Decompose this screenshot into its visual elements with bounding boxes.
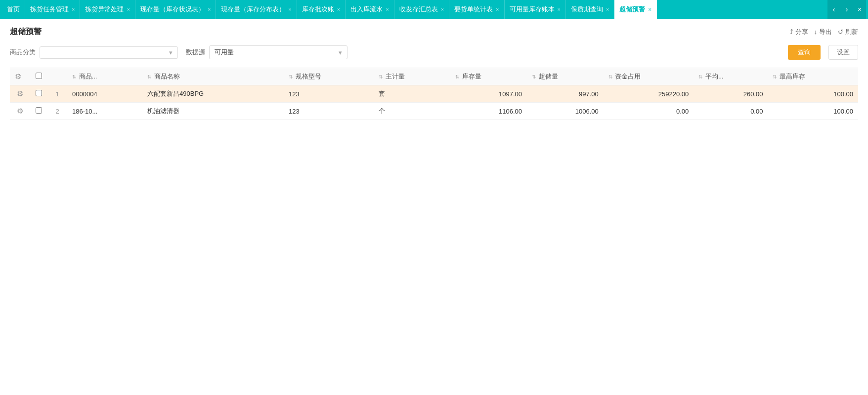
row-avg-1: 0.00: [694, 103, 768, 120]
nav-tab-active-close[interactable]: ×: [648, 6, 651, 12]
row-select-0[interactable]: [36, 90, 42, 96]
row-name-0: 六配套新昌490BPG: [142, 85, 284, 103]
row-gear-1[interactable]: ⚙: [10, 103, 30, 120]
col-product-name[interactable]: ⇅ 商品名称: [142, 68, 284, 85]
nav-tab-10[interactable]: 保质期查询 ×: [566, 0, 614, 19]
table-body: ⚙ 1 0000004 六配套新昌490BPG 123 套 1097.00 99…: [10, 85, 858, 120]
row-gear-icon-0[interactable]: ⚙: [17, 89, 23, 98]
nav-tab-2-close[interactable]: ×: [127, 6, 130, 12]
gear-icon[interactable]: ⚙: [15, 72, 21, 80]
datasource-select[interactable]: 可用量 ▾: [209, 45, 347, 59]
sort-icon-spec: ⇅: [289, 74, 293, 79]
nav-tab-1[interactable]: 拣货任务管理 ×: [25, 0, 80, 19]
nav-tab-4[interactable]: 现存量（库存分布表） ×: [216, 0, 297, 19]
col-avg-label: 平均...: [705, 73, 724, 80]
query-button[interactable]: 查询: [788, 45, 821, 60]
row-unit-0: 套: [374, 85, 450, 103]
nav-prev-btn[interactable]: ‹: [827, 0, 840, 19]
nav-tab-2-label: 拣货异常处理: [85, 5, 124, 14]
share-button[interactable]: ⤴ 分享: [790, 28, 808, 37]
nav-tab-6[interactable]: 出入库流水 ×: [346, 0, 394, 19]
nav-tab-7-label: 收发存汇总表: [399, 5, 438, 14]
row-capital-1: 0.00: [604, 103, 694, 120]
nav-tab-6-close[interactable]: ×: [386, 6, 389, 12]
col-product-name-label: 商品名称: [154, 73, 180, 80]
nav-tab-5[interactable]: 库存批次账 ×: [297, 0, 346, 19]
row-unit-1: 个: [374, 103, 450, 120]
select-all-checkbox[interactable]: [36, 73, 42, 79]
nav-tab-7-close[interactable]: ×: [441, 6, 444, 12]
row-capital-0: 259220.00: [604, 85, 694, 103]
col-product-code[interactable]: ⇅ 商品...: [67, 68, 142, 85]
row-name-1: 机油滤清器: [142, 103, 284, 120]
filter-row: 商品分类 ▾ 数据源 可用量 ▾ 查询 设置: [10, 45, 858, 60]
nav-tab-active[interactable]: 超储预警 ×: [614, 0, 656, 19]
nav-tab-3[interactable]: 现存量（库存状况表） ×: [135, 0, 216, 19]
nav-tab-8-close[interactable]: ×: [496, 6, 499, 12]
nav-tab-4-close[interactable]: ×: [288, 6, 291, 12]
export-button[interactable]: ↓ 导出: [814, 28, 832, 37]
share-label: 分享: [795, 28, 808, 37]
share-icon: ⤴: [790, 28, 793, 36]
col-select-all[interactable]: [30, 68, 47, 85]
nav-tab-3-close[interactable]: ×: [208, 6, 211, 12]
nav-tab-9-close[interactable]: ×: [558, 6, 561, 12]
category-dropdown-icon: ▾: [169, 49, 173, 56]
row-avg-0: 260.00: [694, 85, 768, 103]
category-filter-item: 商品分类 ▾: [10, 46, 178, 59]
col-overflow[interactable]: ⇅ 超储量: [527, 68, 604, 85]
row-code-1: 186-10...: [67, 103, 142, 120]
category-filter-label: 商品分类: [10, 48, 36, 57]
sort-icon-capital: ⇅: [608, 74, 612, 79]
main-content: 超储预警 ⤴ 分享 ↓ 导出 ↺ 刷新 商品分类 ▾ 数据源: [0, 19, 868, 395]
page-title: 超储预警: [10, 27, 42, 37]
table-header: ⚙ ⇅ 商品... ⇅ 商品名称 ⇅ 规格型号: [10, 68, 858, 85]
settings-button[interactable]: 设置: [828, 45, 858, 60]
datasource-dropdown-icon: ▾: [339, 49, 342, 56]
row-overflow-0: 997.00: [527, 85, 604, 103]
nav-tab-5-close[interactable]: ×: [337, 6, 340, 12]
row-checkbox-1[interactable]: [30, 103, 47, 120]
sort-icon-avg: ⇅: [698, 74, 702, 79]
refresh-label: 刷新: [845, 28, 858, 37]
nav-tab-1-close[interactable]: ×: [72, 6, 75, 12]
row-gear-0[interactable]: ⚙: [10, 85, 30, 103]
nav-next-btn[interactable]: ›: [840, 0, 853, 19]
nav-tab-4-label: 现存量（库存分布表）: [221, 5, 285, 14]
col-capital[interactable]: ⇅ 资金占用: [604, 68, 694, 85]
nav-tab-2[interactable]: 拣货异常处理 ×: [80, 0, 135, 19]
table-row: ⚙ 2 186-10... 机油滤清器 123 个 1106.00 1006.0…: [10, 103, 858, 120]
nav-tab-9[interactable]: 可用量库存账本 ×: [505, 0, 566, 19]
col-inventory-label: 库存量: [462, 73, 481, 80]
nav-tab-7[interactable]: 收发存汇总表 ×: [394, 0, 449, 19]
refresh-icon: ↺: [838, 28, 843, 36]
nav-tab-10-close[interactable]: ×: [606, 6, 609, 12]
nav-tab-active-label: 超储预警: [619, 5, 645, 14]
col-unit[interactable]: ⇅ 主计量: [374, 68, 450, 85]
row-gear-icon-1[interactable]: ⚙: [17, 107, 23, 115]
nav-tab-8[interactable]: 要货单统计表 ×: [449, 0, 504, 19]
row-select-1[interactable]: [36, 107, 42, 114]
top-nav: 首页 拣货任务管理 × 拣货异常处理 × 现存量（库存状况表） × 现存量（库存…: [0, 0, 868, 19]
nav-close-btn[interactable]: ×: [853, 0, 866, 19]
row-checkbox-0[interactable]: [30, 85, 47, 103]
nav-tab-9-label: 可用量库存账本: [510, 5, 555, 14]
nav-tab-home[interactable]: 首页: [2, 0, 25, 19]
refresh-button[interactable]: ↺ 刷新: [838, 28, 858, 37]
col-max-stock[interactable]: ⇅ 最高库存: [768, 68, 858, 85]
row-spec-1: 123: [284, 103, 374, 120]
category-select[interactable]: ▾: [40, 46, 178, 59]
sort-icon-code: ⇅: [72, 74, 76, 79]
col-no: [47, 68, 67, 85]
nav-tab-8-label: 要货单统计表: [454, 5, 493, 14]
col-inventory[interactable]: ⇅ 库存量: [450, 68, 527, 85]
col-gear[interactable]: ⚙: [10, 68, 30, 85]
nav-tab-5-label: 库存批次账: [302, 5, 334, 14]
col-avg[interactable]: ⇅ 平均...: [694, 68, 768, 85]
sort-icon-unit: ⇅: [379, 74, 383, 79]
sort-icon-overflow: ⇅: [532, 74, 536, 79]
col-spec[interactable]: ⇅ 规格型号: [284, 68, 374, 85]
nav-tab-home-label: 首页: [7, 5, 20, 14]
row-overflow-1: 1006.00: [527, 103, 604, 120]
nav-tab-6-label: 出入库流水: [350, 5, 383, 14]
